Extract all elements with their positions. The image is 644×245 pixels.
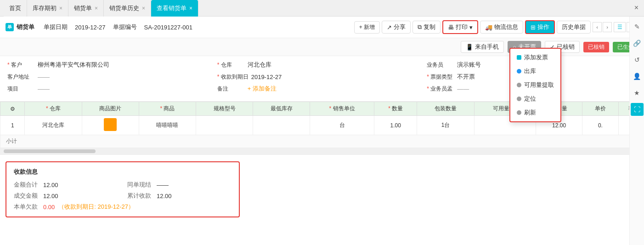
copy-icon: ⧉ (418, 23, 422, 31)
operation-icon: ⊞ (531, 24, 536, 31)
locate-item[interactable]: 定位 (510, 92, 560, 106)
print-icon: 🖶 (448, 24, 454, 31)
refresh-icon (517, 110, 521, 115)
transaction-label: 成交金额 (14, 192, 40, 200)
salesperson-value: —— (457, 85, 469, 92)
payment-balance-row: 本单欠款 0.00 （收款到期日: 2019-12-27） (14, 203, 232, 211)
prev-button[interactable]: ‹ (593, 22, 602, 32)
rotate-sidebar-icon[interactable]: ↺ (631, 53, 644, 66)
row-pack-qty: 1台 (417, 116, 474, 135)
tab-inventory-init[interactable]: 库存期初 × (27, 0, 68, 17)
transaction-value: 12.00 (43, 193, 58, 199)
col-min-stock: 最低库存 (253, 102, 310, 116)
tab-view-sales[interactable]: 查看销货单 × (151, 0, 198, 17)
available-qty-icon (517, 83, 521, 87)
tab-home[interactable]: 首页 (4, 0, 27, 17)
customer-label: 客户 (7, 61, 35, 69)
col-product-img: 商品图片 (82, 102, 139, 116)
balance-note: （收款到期日: 2019-12-27） (58, 203, 134, 211)
share-button[interactable]: ↗ 分享 (382, 21, 411, 34)
sold-badge: 已核销 (583, 42, 609, 52)
next-button[interactable]: › (603, 22, 612, 32)
warehouse-value: 河北仓库 (248, 61, 271, 69)
print-button[interactable]: 🖶 打印 ▾ (442, 20, 478, 34)
from-phone-button[interactable]: 📱 来自手机 (461, 41, 504, 53)
payment-title: 收款信息 (14, 168, 232, 176)
tab-sales-history[interactable]: 销货单历史 × (104, 0, 151, 17)
available-qty-item[interactable]: 可用量提取 (510, 78, 560, 92)
document-title: 单 销货单 (6, 23, 34, 31)
horizontal-scrollbar[interactable] (4, 149, 96, 153)
total-label: 金额合计 (14, 181, 40, 189)
subtotal-label: 小计 (0, 135, 644, 148)
list-view-button[interactable]: ☰ (614, 22, 626, 32)
col-product: 商品 (139, 102, 196, 116)
user-sidebar-icon[interactable]: 👤 (631, 70, 644, 83)
address-value: —— (38, 74, 50, 80)
row-sales-unit: 台 (310, 116, 374, 135)
col-warehouse: 仓库 (25, 102, 82, 116)
employee-value: 演示账号 (457, 61, 481, 69)
row-product: 嘻嘻嘻嘻 (139, 116, 196, 135)
payment-date-label: 收款到期日 (217, 73, 249, 81)
customer-value: 柳州粤港平安气体有限公司 (38, 61, 109, 69)
close-tab-view-sales[interactable]: × (189, 5, 192, 11)
col-spec: 规格型号 (196, 102, 253, 116)
number-value: SA-20191227-001 (144, 24, 193, 31)
cumulative-value: 12.00 (157, 193, 172, 199)
same-settle-label: 同单现结 (127, 181, 153, 189)
global-close-button[interactable]: × (634, 4, 638, 12)
row-warehouse: 河北仓库 (25, 116, 82, 135)
note-field: 备注 + 添加备注 (217, 85, 427, 93)
add-invoice-item[interactable]: 添加发票 (510, 51, 560, 64)
col-quantity: 数量 (374, 102, 417, 116)
customer-field: 客户 柳州粤港平安气体有限公司 (7, 61, 217, 69)
payment-total-row: 金额合计 12.00 (14, 181, 118, 189)
phone-icon: 📱 (466, 44, 473, 51)
close-tab-sales-order[interactable]: × (95, 5, 98, 11)
tab-bar: 首页 库存期初 × 销货单 × 销货单历史 × 查看销货单 × × (0, 0, 644, 17)
close-tab-inventory-init[interactable]: × (59, 5, 62, 11)
row-index: 1 (0, 116, 25, 135)
share-icon: ↗ (387, 24, 392, 31)
star-sidebar-icon[interactable]: ★ (631, 86, 644, 99)
col-sales-unit: 销售单位 (310, 102, 374, 116)
subtotal-row: 小计 (0, 135, 644, 148)
project-label: 项目 (7, 85, 35, 93)
warehouse-field: 仓库 河北仓库 (217, 61, 427, 69)
operation-button[interactable]: ⊞ 操作 (525, 20, 555, 34)
link-sidebar-icon[interactable]: 🔗 (631, 37, 644, 50)
col-unit-price: 单价 (582, 102, 618, 116)
outbound-item[interactable]: 出库 (510, 64, 560, 78)
copy-button[interactable]: ⧉ 复制 (412, 21, 441, 34)
refresh-item[interactable]: 刷新 (510, 106, 560, 120)
locate-icon (517, 97, 521, 101)
truck-icon: 🚚 (485, 24, 492, 31)
history-button[interactable]: 历史单据 (557, 21, 591, 34)
outbound-icon (517, 69, 521, 74)
document-header: 单 销货单 单据日期 2019-12-27 单据编号 SA-20191227-0… (0, 17, 644, 38)
expand-sidebar-icon[interactable]: ⛶ (631, 103, 644, 116)
doc-type-icon: 单 (6, 23, 14, 31)
payment-transaction-row: 成交金额 12.00 (14, 192, 118, 200)
payment-grid: 金额合计 12.00 同单现结 —— 成交金额 12.00 累计收款 12.00… (14, 181, 232, 211)
balance-label: 本单欠款 (14, 203, 40, 211)
logistics-button[interactable]: 🚚 物流信息 (480, 21, 523, 34)
row-spec (196, 116, 253, 135)
row-quantity: 1.00 (374, 116, 417, 135)
col-pack-qty: 包装数量 (417, 102, 474, 116)
payment-cumulative-row: 累计收款 12.00 (127, 192, 232, 200)
invoice-type-value: 不开票 (457, 73, 475, 81)
payment-same-settle-row: 同单现结 —— (127, 181, 232, 189)
new-button[interactable]: + 新增 (354, 21, 380, 34)
edit-sidebar-icon[interactable]: ✎ (631, 20, 644, 33)
add-note-button[interactable]: + 添加备注 (248, 85, 277, 93)
employee-label: 业务员 (427, 61, 454, 69)
bottom-section: 收款信息 金额合计 12.00 同单现结 —— 成交金额 12.00 累计收款 … (0, 155, 644, 224)
cumulative-label: 累计收款 (127, 192, 153, 200)
close-tab-sales-history[interactable]: × (142, 5, 145, 11)
address-label: 客户地址 (7, 73, 35, 81)
tab-sales-order[interactable]: 销货单 × (68, 0, 104, 17)
right-sidebar: ✎ 🔗 ↺ 👤 ★ ⛶ (629, 17, 644, 245)
col-settings[interactable]: ⚙ (0, 102, 25, 116)
